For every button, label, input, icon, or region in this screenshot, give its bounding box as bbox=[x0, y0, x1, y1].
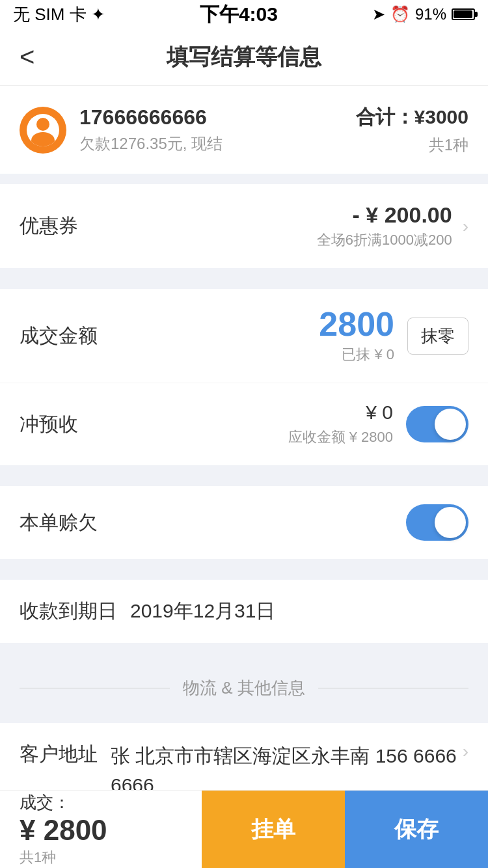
nav-bar: < 填写结算等信息 bbox=[0, 29, 488, 86]
due-date-row: 收款到期日 2019年12月31日 bbox=[0, 580, 488, 643]
bottom-amount: ¥ 2800 bbox=[20, 814, 182, 847]
amount-sub: 已抹 ¥ 0 bbox=[319, 345, 394, 364]
prepay-amount-content: ¥ 0 应收金额 ¥ 2800 bbox=[288, 401, 393, 447]
amount-content: 2800 已抹 ¥ 0 bbox=[319, 307, 394, 364]
status-left: 无 SIM 卡 ✦ bbox=[13, 3, 105, 26]
prepay-right: ¥ 0 应收金额 ¥ 2800 bbox=[288, 401, 468, 447]
section-divider-4 bbox=[0, 653, 488, 664]
section-divider-1 bbox=[0, 278, 488, 289]
bottom-buttons: 挂单 保存 bbox=[202, 791, 488, 868]
coupon-row[interactable]: 优惠券 - ¥ 200.00 全场6折满1000减200 › bbox=[0, 184, 488, 268]
due-date-value: 2019年12月31日 bbox=[130, 598, 275, 625]
save-button[interactable]: 保存 bbox=[345, 791, 488, 868]
amount-value: 2800 bbox=[319, 307, 394, 341]
content-area: 17666666666 欠款1276.35元, 现结 合计：¥3000 共1种 … bbox=[0, 86, 488, 868]
user-card: 17666666666 欠款1276.35元, 现结 合计：¥3000 共1种 bbox=[0, 86, 488, 174]
status-time: 下午4:03 bbox=[200, 1, 278, 28]
section-divider-3 bbox=[0, 569, 488, 580]
amount-row: 成交金额 2800 已抹 ¥ 0 抹零 bbox=[0, 289, 488, 383]
pending-button[interactable]: 挂单 bbox=[202, 791, 345, 868]
due-date-label: 收款到期日 bbox=[20, 598, 117, 625]
debt-toggle[interactable] bbox=[406, 504, 468, 541]
logistics-line-right bbox=[318, 688, 468, 688]
page-title: 填写结算等信息 bbox=[167, 42, 321, 72]
round-button[interactable]: 抹零 bbox=[407, 318, 468, 355]
location-icon: ➤ bbox=[372, 5, 385, 23]
user-info: 17666666666 欠款1276.35元, 现结 bbox=[79, 105, 223, 154]
address-chevron-icon: › bbox=[463, 741, 468, 762]
address-chevron: › bbox=[459, 741, 468, 762]
bottom-left: 成交： ¥ 2800 共1种 bbox=[0, 791, 202, 867]
debt-toggle-knob bbox=[435, 507, 466, 538]
logistics-line-left bbox=[20, 688, 170, 688]
amount-label: 成交金额 bbox=[20, 323, 98, 349]
prepay-toggle[interactable] bbox=[406, 406, 468, 442]
chevron-right-icon: › bbox=[463, 216, 468, 237]
total-count: 共1种 bbox=[356, 135, 468, 156]
prepay-row: 冲预收 ¥ 0 应收金额 ¥ 2800 bbox=[0, 383, 488, 465]
user-phone: 17666666666 bbox=[79, 105, 223, 129]
avatar bbox=[20, 107, 66, 154]
avatar-icon bbox=[27, 114, 59, 146]
bottom-summary: 成交： ¥ 2800 共1种 挂单 保存 bbox=[0, 790, 488, 868]
amount-right: 2800 已抹 ¥ 0 抹零 bbox=[319, 307, 468, 364]
prepay-label: 冲预收 bbox=[20, 411, 78, 438]
coupon-label: 优惠券 bbox=[20, 213, 78, 239]
user-left: 17666666666 欠款1276.35元, 现结 bbox=[20, 105, 223, 154]
bottom-label: 成交： bbox=[20, 791, 70, 814]
prepay-sub: 应收金额 ¥ 2800 bbox=[288, 427, 393, 447]
coupon-content: - ¥ 200.00 全场6折满1000减200 bbox=[317, 202, 452, 250]
coupon-right: - ¥ 200.00 全场6折满1000减200 › bbox=[317, 202, 468, 250]
user-right: 合计：¥3000 共1种 bbox=[356, 104, 468, 156]
bottom-count: 共1种 bbox=[20, 848, 182, 867]
sim-status: 无 SIM 卡 ✦ bbox=[13, 3, 105, 26]
prepay-amount: ¥ 0 bbox=[288, 401, 393, 424]
logistics-text: 物流 & 其他信息 bbox=[183, 677, 305, 699]
toggle-knob bbox=[435, 409, 466, 440]
alarm-icon: ⏰ bbox=[390, 5, 410, 23]
back-button[interactable]: < bbox=[20, 42, 34, 72]
debt-row: 本单赊欠 bbox=[0, 486, 488, 559]
status-right: ➤ ⏰ 91% bbox=[372, 5, 475, 23]
section-divider-2 bbox=[0, 476, 488, 486]
battery-level: 91% bbox=[415, 5, 446, 23]
logistics-divider: 物流 & 其他信息 bbox=[0, 664, 488, 712]
bottom-label-row: 成交： bbox=[20, 791, 182, 814]
user-sub: 欠款1276.35元, 现结 bbox=[79, 133, 223, 154]
total-amount: 合计：¥3000 bbox=[356, 104, 468, 131]
coupon-discount: - ¥ 200.00 bbox=[317, 202, 452, 228]
form-section-payment: 成交金额 2800 已抹 ¥ 0 抹零 冲预收 ¥ 0 应收金额 ¥ 2800 bbox=[0, 289, 488, 465]
address-label: 客户地址 bbox=[20, 741, 98, 768]
coupon-sub: 全场6折满1000减200 bbox=[317, 230, 452, 250]
debt-label: 本单赊欠 bbox=[20, 509, 98, 536]
status-bar: 无 SIM 卡 ✦ 下午4:03 ➤ ⏰ 91% bbox=[0, 0, 488, 29]
battery-icon bbox=[452, 8, 475, 20]
